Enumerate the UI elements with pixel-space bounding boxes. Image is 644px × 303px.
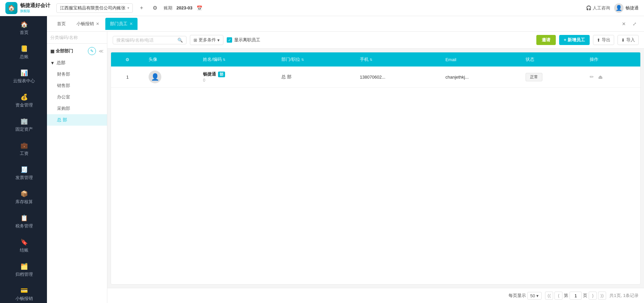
dept-search-area: 🔍 [47,32,107,44]
chevron-down-icon: ▾ [127,6,129,10]
next-page-button[interactable]: ⟩ [589,292,597,300]
calendar-icon[interactable]: 📅 [197,5,202,11]
show-resigned-toggle[interactable]: ✓ 显示离职员工 [227,37,260,43]
app-logo-icon: 🏠 [5,2,17,14]
col-name[interactable]: 姓名/编码 ⇅ [198,52,277,67]
close-window-button[interactable]: ✕ [620,20,628,28]
employee-search-box: 🔍 [113,36,186,44]
dept-node-purchase[interactable]: 采购部 [47,103,107,114]
expense-icon: 💳 [20,287,28,294]
maximize-window-button[interactable]: ⤢ [631,20,639,28]
archive-icon: 🗂️ [20,263,28,270]
close-expense-tab-icon[interactable]: ✕ [96,21,99,26]
sidebar-label-settlement: 结账 [20,247,29,253]
sidebar-item-tax[interactable]: 📋 税务管理 [0,210,47,234]
headset-icon: 🎧 [586,5,591,10]
sidebar-item-assets[interactable]: 🏢 固定资产 [0,113,47,137]
page-input[interactable] [570,292,582,300]
tax-icon: 📋 [20,214,28,222]
sidebar-item-inventory[interactable]: 📦 库存核算 [0,185,47,210]
filter-icon: ⊞ [194,38,197,43]
filter-button[interactable]: ⊞ 更多条件 ▾ [190,35,223,45]
funds-icon: 💰 [20,93,28,101]
top-header: 🏠 畅捷通好会计 旗舰版 江西服宝精品有限责任公司内账张 ▾ ＋ ⚙ 账期 20… [0,0,644,16]
all-dept-label: ▦ 全部部门 [50,48,85,54]
employee-area: 🔍 ⊞ 更多条件 ▾ ✓ 显示离职员工 邀请 + 新增员工 [107,32,644,303]
col-phone[interactable]: 手机 ⇅ [355,52,441,67]
settings-icon[interactable]: ⚙ [150,3,160,13]
page-nav: ⟨⟨ ⟨ 第 页 ⟩ ⟩⟩ [545,292,606,300]
sidebar-item-funds[interactable]: 💰 资金管理 [0,89,47,113]
sidebar-label-invoice: 发票管理 [15,175,33,181]
col-dept[interactable]: 部门/职位 ⇅ [277,52,355,67]
sidebar-label-archive: 归档管理 [15,271,33,277]
logout-icon[interactable]: ⏏ [598,74,603,80]
sidebar-item-settlement[interactable]: 🔖 结账 [0,234,47,258]
service-button[interactable]: 🎧 人工咨询 [586,5,610,11]
user-info[interactable]: 👤 畅捷通 [614,3,639,13]
employee-phone: 138070602... [360,75,385,80]
dept-node-sales[interactable]: 销售部 [47,80,107,91]
dept-node-sales-label: 销售部 [57,83,70,89]
company-selector[interactable]: 江西服宝精品有限责任公司内账张 ▾ [56,3,133,13]
dept-node-general-label: 总 部 [57,117,67,123]
employee-dept: 总 部 [281,74,351,80]
export-button[interactable]: ⬆ 导出 [593,35,614,45]
sidebar-item-expense[interactable]: 💳 小畅报销 [0,282,47,303]
sidebar-item-ledger[interactable]: 📒 总账 [0,40,47,64]
per-page-dropdown[interactable]: 50 ▾ [527,292,542,300]
col-email: Email [441,52,521,67]
app-name: 畅捷通好会计 [20,2,50,9]
dept-node-finance[interactable]: 财务部 [47,69,107,80]
dept-node-root[interactable]: ▼ 总部 [47,57,107,69]
expand-icon: ▼ [50,60,55,66]
search-icon[interactable]: 🔍 [177,38,183,43]
row-email-cell: chanjethkj... [441,67,521,88]
import-button[interactable]: ⬇ 导入 [618,35,639,45]
first-page-button[interactable]: ⟨⟨ [545,292,553,300]
settlement-icon: 🔖 [20,239,28,246]
sidebar-label-home: 首页 [20,30,29,36]
add-button[interactable]: ＋ [137,3,146,13]
sidebar-item-archive[interactable]: 🗂️ 归档管理 [0,258,47,282]
home-icon: 🏠 [20,21,28,28]
sidebar: 🏠 首页 📒 总账 📊 云报表中心 💰 资金管理 🏢 固定资产 💼 工资 🧾 发… [0,16,47,303]
import-icon: ⬇ [621,38,625,43]
dept-node-office[interactable]: 办公室 [47,91,107,103]
tab-department[interactable]: 部门员工 ✕ [105,18,138,30]
col-avatar: 头像 [144,52,198,67]
sidebar-item-invoice[interactable]: 🧾 发票管理 [0,161,47,185]
dept-collapse-icon[interactable]: ≪ [99,48,104,54]
dept-type-badge: 部 [218,72,225,77]
col-settings[interactable]: ⚙ [111,52,144,67]
period-value: 2023-03 [176,5,193,10]
total-label: 共1页, 1条记录 [609,293,639,299]
dept-search-input[interactable] [50,35,107,40]
prev-page-button[interactable]: ⟨ [554,292,562,300]
tab-department-label: 部门员工 [110,21,127,27]
sidebar-item-reports[interactable]: 📊 云报表中心 [0,64,47,89]
show-resigned-checkbox[interactable]: ✓ [227,37,232,43]
sidebar-label-assets: 固定资产 [15,126,33,132]
window-controls: ✕ ⤢ [620,20,639,28]
sort-dept-icon: ⇅ [301,58,304,61]
tab-expense[interactable]: 小畅报销 ✕ [72,18,104,30]
dept-edit-button[interactable]: ✎ [88,47,96,55]
export-icon: ⬆ [597,38,600,43]
tab-expense-label: 小畅报销 [76,21,94,27]
last-page-button[interactable]: ⟩⟩ [598,292,606,300]
add-employee-button[interactable]: + 新增员工 [559,35,590,45]
dept-node-general[interactable]: 总 部 [47,114,107,126]
row-avatar: 👤 [144,67,198,88]
employee-search-input[interactable] [116,38,175,43]
close-department-tab-icon[interactable]: ✕ [129,21,133,26]
invite-button[interactable]: 邀请 [536,35,556,45]
sidebar-label-tax: 税务管理 [15,223,33,229]
sidebar-item-home[interactable]: 🏠 首页 [0,16,47,40]
tab-home[interactable]: 首页 [52,18,70,30]
edit-icon[interactable]: ✏ [590,74,594,80]
pagination-bar: 每页显示 50 ▾ ⟨⟨ ⟨ 第 页 ⟩ ⟩⟩ [107,288,644,303]
avatar: 👤 [149,71,161,83]
sidebar-item-payroll[interactable]: 💼 工资 [0,137,47,161]
action-icons: ✏ ⏏ [590,74,636,80]
